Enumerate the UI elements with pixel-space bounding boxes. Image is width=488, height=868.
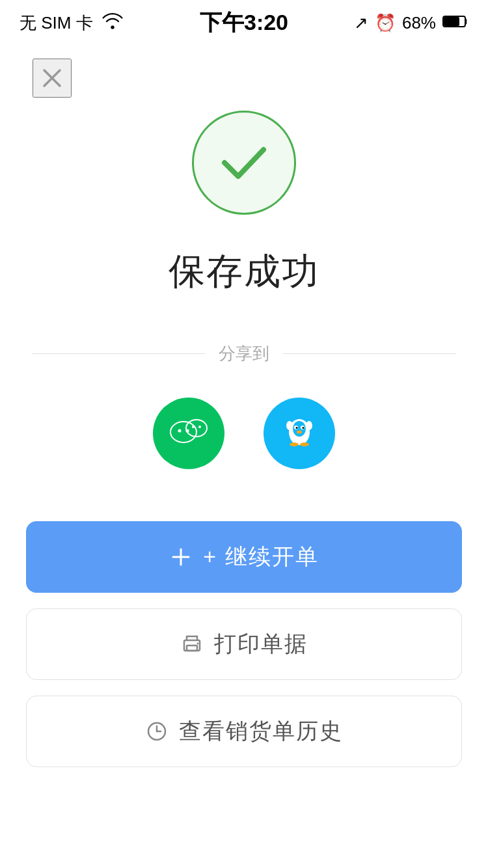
svg-point-20 [306, 421, 312, 430]
history-button[interactable]: 查看销货单历史 [26, 696, 462, 767]
svg-rect-24 [187, 645, 197, 651]
history-icon [145, 720, 169, 743]
svg-point-6 [178, 429, 182, 433]
svg-point-25 [197, 643, 199, 645]
alarm-icon: ⏰ [375, 13, 396, 33]
print-label: 打印单据 [214, 629, 308, 659]
continue-label: + 继续开单 [203, 542, 318, 572]
share-divider-section: 分享到 [0, 342, 488, 365]
wifi-icon [101, 12, 124, 34]
svg-point-14 [296, 427, 298, 429]
share-label: 分享到 [206, 342, 282, 365]
success-icon-circle [192, 111, 296, 215]
history-label: 查看销货单历史 [179, 716, 343, 746]
status-time: 下午3:20 [200, 8, 288, 38]
wechat-share-button[interactable] [153, 398, 224, 469]
status-bar: 无 SIM 卡 下午3:20 ↗ ⏰ 68% [0, 0, 488, 46]
location-icon: ↗ [354, 13, 368, 33]
svg-point-19 [286, 421, 293, 430]
print-button[interactable]: 打印单据 [26, 608, 462, 680]
svg-point-8 [192, 426, 195, 428]
success-title: 保存成功 [169, 247, 319, 297]
continue-button[interactable]: + 继续开单 [26, 521, 462, 593]
close-button[interactable] [33, 59, 72, 98]
battery-label: 68% [402, 13, 436, 33]
battery-icon [442, 13, 468, 33]
svg-point-17 [290, 442, 299, 446]
svg-point-4 [170, 422, 197, 442]
svg-point-18 [300, 442, 309, 446]
divider-left [33, 353, 206, 354]
svg-point-9 [198, 426, 201, 428]
no-sim-label: 无 SIM 卡 [20, 12, 93, 34]
qq-share-button[interactable] [264, 398, 335, 469]
svg-rect-1 [444, 17, 459, 26]
svg-point-15 [303, 427, 305, 429]
status-right: ↗ ⏰ 68% [354, 13, 468, 33]
print-icon [180, 632, 204, 656]
plus-icon [169, 545, 193, 569]
status-left: 无 SIM 卡 [20, 12, 124, 34]
share-icons-row [153, 398, 335, 469]
main-content: 保存成功 分享到 [0, 46, 488, 767]
svg-point-16 [297, 431, 302, 434]
divider-right [282, 353, 455, 354]
svg-point-7 [186, 429, 189, 433]
action-buttons: + 继续开单 打印单据 查看销 [0, 521, 488, 767]
